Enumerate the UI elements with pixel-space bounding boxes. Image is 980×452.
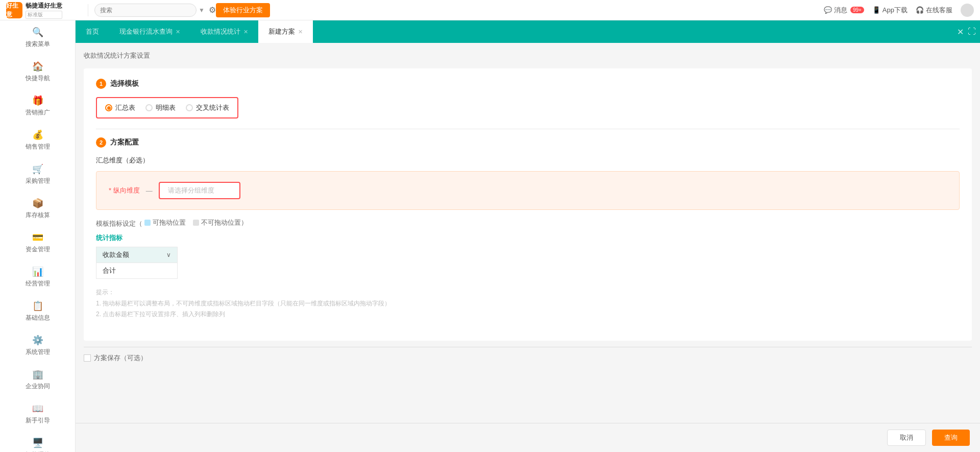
radio-summary[interactable]: 汇总表 bbox=[105, 103, 135, 112]
sidebar-item-label: 销售管理 bbox=[26, 142, 50, 151]
section1-title: 选择模板 bbox=[110, 79, 139, 88]
radio-detail-circle bbox=[145, 104, 153, 111]
sidebar-item-finance[interactable]: 💳 资金管理 bbox=[0, 226, 75, 260]
section2-header: 2 方案配置 bbox=[96, 137, 960, 148]
message-badge: 99+ bbox=[850, 7, 864, 13]
tab-maximize-btn[interactable]: ⛶ bbox=[968, 27, 976, 36]
sidebar-item-label: 资金管理 bbox=[26, 245, 50, 254]
tips-line2: 2. 点击标题栏下拉可设置排序、插入列和删除列 bbox=[96, 309, 960, 320]
tab-bar: 首页 现金银行流水查询 ✕ 收款情况统计 ✕ 新建方案 ✕ ✕ ⛶ bbox=[76, 20, 980, 43]
footer-section: 方案保存（可选） bbox=[84, 347, 972, 369]
tab-bar-actions: ✕ ⛶ bbox=[957, 27, 980, 37]
page-title: 收款情况统计方案设置 bbox=[84, 51, 972, 60]
section-scheme: 2 方案配置 汇总维度（必选） * 纵向维度 — 请选择分组维度 bbox=[96, 137, 960, 320]
tab-home-label: 首页 bbox=[86, 27, 99, 36]
sidebar-item-label: 企业协同 bbox=[26, 382, 50, 391]
finance-icon: 💳 bbox=[32, 232, 43, 243]
radio-crosstab-label: 交叉统计表 bbox=[196, 103, 229, 112]
sales-icon: 💰 bbox=[32, 129, 43, 140]
no-drag-indicator-gray bbox=[193, 220, 199, 226]
sidebar-item-smart-hardware[interactable]: 🖥️ 智能硬件 bbox=[0, 431, 75, 452]
metrics-config-header: 模板指标设定（ 可拖动位置 不可拖动位置） bbox=[96, 218, 960, 228]
tab-home[interactable]: 首页 bbox=[76, 20, 109, 43]
tab-cash-bank[interactable]: 现金银行流水查询 ✕ bbox=[109, 20, 190, 43]
section1-header: 1 选择模板 bbox=[96, 79, 960, 89]
sidebar-item-quick-nav[interactable]: 🏠 快捷导航 bbox=[0, 55, 75, 89]
support-icon: 🎧 bbox=[916, 6, 924, 14]
summary-dimension-title: 汇总维度（必选） bbox=[96, 156, 960, 165]
summary-dimension-section: 汇总维度（必选） * 纵向维度 — 请选择分组维度 bbox=[96, 156, 960, 210]
tab-new-plan-label: 新建方案 bbox=[268, 27, 295, 36]
save-checkbox[interactable]: 方案保存（可选） bbox=[84, 353, 147, 363]
sidebar: 🔍 搜索菜单 🏠 快捷导航 🎁 营销推广 💰 销售管理 🛒 采购管理 📦 库存核… bbox=[0, 20, 76, 452]
dimension-arrow: — bbox=[146, 187, 153, 195]
header-actions: 💬 消息 99+ 📱 App下载 🎧 在线客服 bbox=[824, 4, 974, 17]
marketing-icon: 🎁 bbox=[32, 95, 43, 106]
query-button[interactable]: 查询 bbox=[932, 430, 970, 446]
support-action[interactable]: 🎧 在线客服 bbox=[916, 6, 952, 15]
metrics-label: 统计指标 bbox=[96, 233, 960, 243]
radio-detail-label: 明细表 bbox=[156, 103, 176, 112]
sidebar-item-sales[interactable]: 💰 销售管理 bbox=[0, 123, 75, 157]
divider1 bbox=[96, 129, 960, 129]
section-template: 1 选择模板 汇总表 明细表 bbox=[96, 79, 960, 118]
logo-area: 好生意 畅捷通好生意 标准版 bbox=[6, 2, 82, 19]
sidebar-item-label: 经营管理 bbox=[26, 279, 50, 288]
dimension-placeholder: 请选择分组维度 bbox=[168, 186, 214, 194]
search-input[interactable] bbox=[94, 4, 197, 17]
system-icon: ⚙️ bbox=[32, 335, 43, 346]
tab-collection-stats[interactable]: 收款情况统计 ✕ bbox=[190, 20, 258, 43]
sidebar-item-label: 库存核算 bbox=[26, 211, 50, 220]
metrics-table-header[interactable]: 收款金额 ∨ bbox=[96, 247, 177, 263]
tab-new-plan-close[interactable]: ✕ bbox=[298, 29, 303, 35]
sidebar-item-label: 新手引导 bbox=[26, 416, 50, 425]
radio-detail[interactable]: 明细表 bbox=[145, 103, 176, 112]
metrics-table: 收款金额 ∨ 合计 bbox=[96, 247, 178, 279]
dimension-row-label: * 纵向维度 bbox=[109, 186, 140, 195]
sidebar-item-basic-info[interactable]: 📋 基础信息 bbox=[0, 294, 75, 328]
sidebar-item-label: 采购管理 bbox=[26, 177, 50, 185]
radio-crosstab[interactable]: 交叉统计表 bbox=[186, 103, 229, 112]
form-card: 1 选择模板 汇总表 明细表 bbox=[84, 68, 972, 341]
dimension-selector[interactable]: 请选择分组维度 bbox=[159, 182, 240, 199]
top-bar: 好生意 畅捷通好生意 标准版 ▼ ⚙ 体验行业方案 💬 消息 99+ 📱 App… bbox=[0, 0, 980, 20]
page-content: 收款情况统计方案设置 1 选择模板 汇总表 bbox=[76, 43, 980, 423]
purchase-icon: 🛒 bbox=[32, 163, 43, 175]
trial-button[interactable]: 体验行业方案 bbox=[216, 3, 270, 17]
download-icon: 📱 bbox=[872, 6, 880, 14]
operations-icon: 📊 bbox=[32, 266, 43, 277]
sidebar-item-marketing[interactable]: 🎁 营销推广 bbox=[0, 89, 75, 123]
enterprise-icon: 🏢 bbox=[32, 369, 43, 380]
dimension-area: * 纵向维度 — 请选择分组维度 bbox=[96, 171, 960, 210]
version-badge: 标准版 bbox=[26, 11, 62, 19]
save-checkbox-input[interactable] bbox=[84, 354, 91, 362]
tab-collection-stats-label: 收款情况统计 bbox=[201, 27, 240, 36]
sidebar-item-search-menu[interactable]: 🔍 搜索菜单 bbox=[0, 20, 75, 55]
avatar[interactable] bbox=[961, 4, 974, 17]
tab-new-plan[interactable]: 新建方案 ✕ bbox=[258, 20, 313, 43]
section2-number: 2 bbox=[96, 137, 106, 148]
home-icon: 🏠 bbox=[32, 61, 43, 72]
tab-collection-stats-close[interactable]: ✕ bbox=[243, 29, 248, 35]
basic-info-icon: 📋 bbox=[32, 300, 43, 312]
sidebar-item-enterprise[interactable]: 🏢 企业协同 bbox=[0, 363, 75, 397]
sidebar-item-operations[interactable]: 📊 经营管理 bbox=[0, 260, 75, 294]
sidebar-item-label: 搜索菜单 bbox=[26, 40, 50, 49]
sidebar-item-guide[interactable]: 📖 新手引导 bbox=[0, 397, 75, 431]
metrics-chevron-icon[interactable]: ∨ bbox=[166, 251, 171, 258]
download-action[interactable]: 📱 App下载 bbox=[872, 6, 908, 15]
settings-icon[interactable]: ⚙ bbox=[209, 5, 216, 15]
tips-line1: 1. 拖动标题栏可以调整布局，不可跨维度或指标区域拖动栏目字段（只能在同一维度或… bbox=[96, 298, 960, 310]
messages-action[interactable]: 💬 消息 99+ bbox=[824, 6, 864, 15]
sidebar-item-label: 快捷导航 bbox=[26, 74, 50, 83]
sidebar-item-inventory[interactable]: 📦 库存核算 bbox=[0, 192, 75, 226]
sidebar-item-label: 系统管理 bbox=[26, 348, 50, 356]
dropdown-icon[interactable]: ▼ bbox=[199, 7, 205, 14]
section2-title: 方案配置 bbox=[110, 138, 139, 147]
guide-icon: 📖 bbox=[32, 403, 43, 414]
tab-close-all-btn[interactable]: ✕ bbox=[957, 27, 964, 37]
tab-cash-bank-close[interactable]: ✕ bbox=[176, 29, 180, 35]
cancel-button[interactable]: 取消 bbox=[887, 430, 926, 446]
sidebar-item-system[interactable]: ⚙️ 系统管理 bbox=[0, 328, 75, 363]
sidebar-item-purchase[interactable]: 🛒 采购管理 bbox=[0, 157, 75, 192]
